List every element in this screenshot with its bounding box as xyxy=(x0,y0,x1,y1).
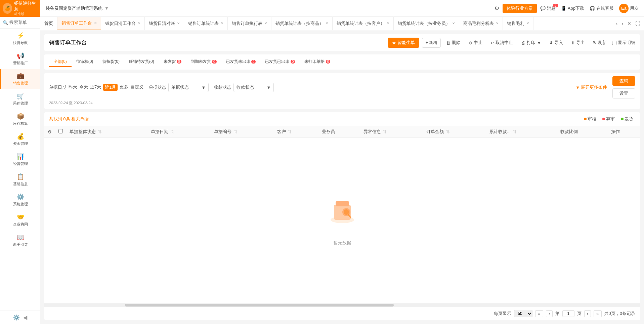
filter-tab-pending-pick[interactable]: 待拣货(0) xyxy=(98,57,124,67)
date-opt-today[interactable]: 今天 xyxy=(79,84,88,91)
new-button[interactable]: + 新增 xyxy=(422,38,441,48)
show-detail-input[interactable] xyxy=(612,41,616,45)
status-select[interactable]: 单据状态 ▼ xyxy=(168,83,209,92)
expand-conditions[interactable]: ▼ 展开更多条件 xyxy=(575,84,607,90)
page-input[interactable] xyxy=(562,310,574,317)
filter-tab-wangpu-ship[interactable]: 旺铺待发货(0) xyxy=(124,57,159,67)
sidebar-item-finance[interactable]: 💰 资金管理 xyxy=(0,129,40,150)
cancel-audit-button[interactable]: 弃审 xyxy=(600,115,617,123)
query-button[interactable]: 查询 xyxy=(612,76,635,86)
collapse-icon[interactable]: ◀ xyxy=(23,314,27,321)
import-button[interactable]: ⬇ 导入 xyxy=(547,38,566,47)
search-menu[interactable]: 🔍 搜索菜单 xyxy=(0,17,40,29)
date-opt-1month[interactable]: 近1月 xyxy=(103,84,118,91)
prev-page-button[interactable]: ‹ xyxy=(546,310,553,317)
solution-button[interactable]: 体验行业方案 xyxy=(503,4,537,13)
last-page-button[interactable]: » xyxy=(594,310,601,317)
sidebar-item-enterprise[interactable]: 🤝 企业协同 xyxy=(0,210,40,230)
settings-bottom-icon[interactable]: ⚙️ xyxy=(13,314,20,321)
tab-sales-customer[interactable]: 销货单统计表（按客户） ✕ xyxy=(333,17,394,30)
sort-number-icon[interactable]: ⇅ xyxy=(234,129,238,134)
sort-date-icon[interactable]: ⇅ xyxy=(171,129,174,134)
tab-fullscreen-icon[interactable]: ⛶ xyxy=(634,20,641,27)
tab-close-sales-staff[interactable]: ✕ xyxy=(452,22,455,25)
sort-status-icon[interactable]: ⇅ xyxy=(98,129,102,134)
export-button[interactable]: ⬆ 导出 xyxy=(568,38,588,47)
cancel-stop-icon: ↩ xyxy=(490,40,494,45)
scrollbar-thumb[interactable] xyxy=(125,304,394,307)
show-detail-checkbox[interactable]: 显示明细 xyxy=(612,40,635,46)
tab-close-order-stats[interactable]: ✕ xyxy=(221,22,223,25)
tab-sales-goods[interactable]: 销货单统计表（按商品） ✕ xyxy=(271,17,333,30)
tab-close-all-icon[interactable]: ✕ xyxy=(626,20,633,27)
tab-home[interactable]: 首页 xyxy=(40,17,57,30)
import-icon: ⬇ xyxy=(549,40,553,45)
empty-icon xyxy=(326,195,359,235)
smart-generate-button[interactable]: ★ 智能生单 xyxy=(388,38,419,48)
sort-anomaly-icon[interactable]: ⇅ xyxy=(383,129,387,134)
app-download-item[interactable]: 📱 App下载 xyxy=(561,5,584,11)
filter-tab-expired-ship[interactable]: 到期未发货 0 xyxy=(186,57,221,67)
cancel-stop-button[interactable]: ↩ 取消中止 xyxy=(488,38,516,47)
filter-tab-shipped-not-out[interactable]: 已发货未出库 0 xyxy=(221,57,261,67)
th-checkbox[interactable] xyxy=(55,126,66,138)
message-item[interactable]: 💬 消息 6 xyxy=(540,5,556,11)
sidebar-item-system[interactable]: ⚙️ 系统管理 xyxy=(0,190,40,210)
tab-prev-icon[interactable]: ‹ xyxy=(615,20,619,27)
tab-close-sales-customer[interactable]: ✕ xyxy=(387,22,389,25)
refresh-button[interactable]: ↻ 刷新 xyxy=(590,38,609,47)
tab-sales-staff[interactable]: 销货单统计表（按业务员） ✕ xyxy=(394,17,459,30)
th-gear[interactable]: ⚙ xyxy=(44,126,55,138)
sort-amount-icon[interactable]: ⇅ xyxy=(446,129,450,134)
sidebar-item-marketing[interactable]: 📢 营销推广 xyxy=(0,49,40,69)
date-opt-yesterday[interactable]: 昨天 xyxy=(69,84,77,91)
ship-action-button[interactable]: 发货 xyxy=(619,115,635,123)
select-all-checkbox[interactable] xyxy=(58,129,63,133)
tab-sales-gross[interactable]: 销售毛利 ✕ xyxy=(503,17,533,30)
sidebar-item-purchase[interactable]: 🛒 采购管理 xyxy=(0,89,40,109)
tab-order-exec[interactable]: 销售订单执行表 ✕ xyxy=(228,17,271,30)
sidebar-item-guide[interactable]: 📖 新手引导 xyxy=(0,230,40,250)
stop-button[interactable]: ⊘ 中止 xyxy=(466,38,485,47)
filter-tab-not-printed[interactable]: 未打印单据 0 xyxy=(300,57,335,67)
date-opt-custom[interactable]: 自定义 xyxy=(130,84,143,91)
print-button[interactable]: 🖨 打印 ▼ xyxy=(518,38,544,47)
tab-order-stats[interactable]: 销售订单统计表 ✕ xyxy=(184,17,228,30)
tab-close-cash-clear[interactable]: ✕ xyxy=(138,22,140,25)
next-page-button[interactable]: › xyxy=(584,310,591,317)
tab-next-icon[interactable]: › xyxy=(620,20,625,27)
sidebar-item-sales[interactable]: 💼 销售管理 xyxy=(0,69,40,89)
payment-select[interactable]: 收款状态 ▼ xyxy=(233,83,274,92)
audit-button[interactable]: 审核 xyxy=(582,115,598,123)
filter-tab-shipped-out[interactable]: 已发货已出库 0 xyxy=(260,57,300,67)
system-dropdown-icon[interactable]: ▼ xyxy=(104,6,109,11)
tab-close-sales-order[interactable]: ✕ xyxy=(94,21,97,25)
filter-tab-all[interactable]: 全部(0) xyxy=(49,57,72,67)
date-opt-more[interactable]: 更多 xyxy=(120,84,128,91)
topbar-gear-icon[interactable]: ⚙ xyxy=(495,5,499,11)
sidebar-item-inventory[interactable]: 📦 库存核算 xyxy=(0,109,40,129)
filter-tab-not-shipped[interactable]: 未发货 0 xyxy=(159,57,186,67)
tab-gross-profit[interactable]: 商品毛利分析表 ✕ xyxy=(459,17,503,30)
filter-settings-button[interactable]: 设置 xyxy=(612,88,635,98)
tab-close-gross-profit[interactable]: ✕ xyxy=(496,22,499,25)
sort-customer-icon[interactable]: ⇅ xyxy=(288,129,292,134)
tab-close-order-exec[interactable]: ✕ xyxy=(264,22,267,25)
sidebar-item-quicknav[interactable]: ⚡ 快捷导航 xyxy=(0,29,40,49)
tab-cash-clear[interactable]: 钱货日清工作台 ✕ xyxy=(101,17,145,30)
sidebar-item-basic[interactable]: 📋 基础信息 xyxy=(0,170,40,190)
first-page-button[interactable]: « xyxy=(535,310,543,317)
online-service-item[interactable]: 🎧 在线客服 xyxy=(590,5,614,11)
sort-collected-icon[interactable]: ⇅ xyxy=(513,129,517,134)
sidebar-item-management[interactable]: 📊 经营管理 xyxy=(0,150,40,170)
per-page-select[interactable]: 10 20 50 100 xyxy=(514,310,532,317)
tab-close-sales-goods[interactable]: ✕ xyxy=(326,22,328,25)
tab-sales-order[interactable]: 销售订单工作台 ✕ xyxy=(57,17,101,30)
filter-tab-pending-review[interactable]: 待审核(0) xyxy=(72,57,98,67)
tab-reconcile[interactable]: 钱货日清对账 ✕ xyxy=(145,17,184,30)
delete-button[interactable]: 🗑 删除 xyxy=(443,38,463,47)
user-item[interactable]: Ea 用友 xyxy=(619,4,639,13)
tab-close-sales-gross[interactable]: ✕ xyxy=(526,22,529,25)
tab-close-reconcile[interactable]: ✕ xyxy=(177,22,180,25)
date-opt-7days[interactable]: 近7天 xyxy=(90,84,101,91)
